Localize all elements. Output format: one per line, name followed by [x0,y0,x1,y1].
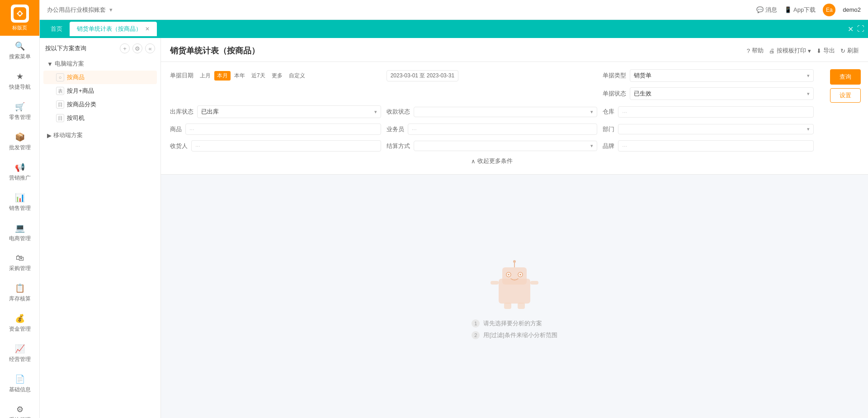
scheme-item-by-product-label: 按商品 [67,73,85,81]
sidebar-item-retail[interactable]: 🛒 零售管理 [0,96,39,127]
scheme-section: ▼ 电脑端方案 ○ 按商品 表 按月+商品 目 按商品分类 目 按司机 [40,57,160,142]
print-dropdown-icon: ▾ [808,48,811,54]
receiver-select[interactable]: ··· [191,140,381,152]
date-tab-current-month[interactable]: 本月 [214,71,231,81]
sidebar-label-operations: 经营管理 [9,356,31,363]
doc-type-label: 单据类型 [603,71,626,80]
brand-dots: ··· [622,142,627,149]
scheme-settings-btn[interactable]: ⚙ [132,43,142,53]
out-status-label: 出库状态 [170,108,193,116]
sidebar-item-inventory[interactable]: 📋 库存核算 [0,278,39,308]
brand-select[interactable]: ··· [618,140,814,152]
scheme-item-by-month-product-icon: 表 [56,87,64,95]
sidebar-item-purchase[interactable]: 🛍 采购管理 [0,248,39,278]
collapse-btn[interactable]: ∧ 收起更多条件 [471,157,513,165]
app-download-icon: 📱 [784,6,792,13]
date-tab-last-month[interactable]: 上月 [197,71,213,81]
filter-doc-type: 单据类型 销货单 ▾ [603,69,814,82]
print-btn[interactable]: 🖨 按模板打印 ▾ [769,47,811,55]
tab-expand-btn[interactable]: ⛶ [857,25,864,33]
salesman-dots: ··· [412,126,417,133]
filter-row-1b: 单据状态 已生效 ▾ [170,87,814,100]
sidebar-icon-purchase: 🛍 [16,253,24,263]
query-btn[interactable]: 查询 [830,69,861,85]
payment-select[interactable]: ▾ [414,141,598,151]
message-btn[interactable]: 💬 消息 [756,6,777,14]
settings-btn[interactable]: 设置 [830,88,861,103]
out-status-select[interactable]: 已出库 ▾ [197,105,381,118]
mobile-scheme-title[interactable]: ▶ 移动端方案 [43,128,157,142]
sidebar-item-search[interactable]: 🔍 搜索菜单 [0,36,39,66]
doc-status-select[interactable]: 已生效 ▾ [630,87,814,100]
export-icon: ⬇ [816,48,821,54]
sidebar-icon-base-info: 📄 [15,374,25,384]
tab-bar-right: ✕ ⛶ [848,25,864,33]
product-label: 商品 [170,125,182,133]
scheme-item-by-month-product[interactable]: 表 按月+商品 [43,84,157,98]
collapse-label: 收起更多条件 [477,157,513,165]
sidebar-item-ecommerce[interactable]: 💻 电商管理 [0,218,39,248]
tab-home-label: 首页 [51,25,62,33]
sidebar-item-finance[interactable]: 💰 资金管理 [0,308,39,338]
receiver-label: 收货人 [170,142,188,150]
doc-type-select[interactable]: 销货单 ▾ [630,69,814,82]
date-tab-more[interactable]: 更多 [269,71,285,81]
page-actions: ? 帮助 🖨 按模板打印 ▾ ⬇ 导出 ↻ 刷新 [747,47,859,55]
app-download-label: App下载 [793,6,816,14]
product-select[interactable]: ··· [185,124,381,135]
sidebar-item-quick-nav[interactable]: ★ 快捷导航 [0,66,39,96]
empty-state: 1 请先选择要分析的方案 2 用[过滤]条件来缩小分析范围 [161,175,868,418]
tab-sales-stat[interactable]: 销货单统计表（按商品） ✕ [70,22,157,36]
refresh-btn[interactable]: ↻ 刷新 [840,47,859,55]
filter-receiver: 收货人 ··· [170,140,381,152]
scheme-item-by-product[interactable]: ○ 按商品 [43,71,157,84]
svg-rect-3 [502,267,527,285]
date-tab-7days[interactable]: 近7天 [249,71,268,81]
sidebar-item-base-info[interactable]: 📄 基础信息 [0,369,39,399]
desktop-scheme-label: 电脑端方案 [55,60,84,68]
sidebar-item-marketing[interactable]: 📢 营销推广 [0,157,39,187]
avatar[interactable]: Ea [823,4,835,16]
content-area: 按以下方案查询 + ⚙ « ▼ 电脑端方案 ○ 按商品 表 按月+ [40,38,868,418]
sidebar-item-operations[interactable]: 📈 经营管理 [0,338,39,369]
filter-product: 商品 ··· [170,124,381,135]
main-area: 办公用品行业模拟账套 ▾ 💬 消息 📱 App下载 Ea demo2 首页 销货… [40,0,868,418]
tip-num-1: 1 [472,319,480,328]
sidebar-item-system[interactable]: ⚙ 系统管理 [0,399,39,418]
sidebar-icon-inventory: 📋 [15,283,25,293]
filter-row-2: 出库状态 已出库 ▾ 收款状态 ▾ [170,105,814,118]
sidebar-item-sales[interactable]: 📊 销售管理 [0,187,39,218]
filter-row-4: 收货人 ··· 结算方式 ▾ [170,140,814,152]
sidebar-item-wholesale[interactable]: 📦 批发管理 [0,127,39,157]
brand-label: 品牌 [603,142,614,150]
tab-home[interactable]: 首页 [43,22,70,36]
filter-department: 部门 ▾ [603,124,814,135]
sidebar-label-sales: 销售管理 [9,204,31,212]
scheme-item-by-category[interactable]: 目 按商品分类 [43,98,157,111]
add-scheme-btn[interactable]: + [120,43,130,53]
department-select[interactable]: ▾ [618,124,814,134]
date-tab-current-year[interactable]: 本年 [231,71,248,81]
tab-close-btn[interactable]: ✕ [145,26,150,32]
scheme-item-by-driver[interactable]: 目 按司机 [43,111,157,125]
app-download-btn[interactable]: 📱 App下载 [784,6,816,14]
mobile-scheme-arrow: ▶ [47,132,52,139]
collapse-panel-btn[interactable]: « [145,43,155,53]
tab-minimize-btn[interactable]: ✕ [848,25,854,33]
date-range-display[interactable]: 2023-03-01 至 2023-03-31 [387,70,458,81]
help-btn[interactable]: ? 帮助 [747,47,764,55]
logo-area[interactable]: 标版页 [0,0,39,36]
dropdown-icon[interactable]: ▾ [109,6,113,13]
department-label: 部门 [603,125,614,133]
avatar-text: Ea [826,7,833,13]
salesman-select[interactable]: ··· [408,124,598,135]
export-btn[interactable]: ⬇ 导出 [816,47,835,55]
receipt-status-select[interactable]: ▾ [414,107,598,117]
date-tab-custom[interactable]: 自定义 [286,71,308,81]
sidebar-label-quick-nav: 快捷导航 [9,83,31,91]
warehouse-select[interactable]: ··· [618,106,814,118]
page-title: 销货单统计表（按商品） [170,45,259,56]
tip-num-2: 2 [472,331,480,339]
payment-label: 结算方式 [387,142,410,150]
desktop-scheme-title[interactable]: ▼ 电脑端方案 [43,57,157,71]
